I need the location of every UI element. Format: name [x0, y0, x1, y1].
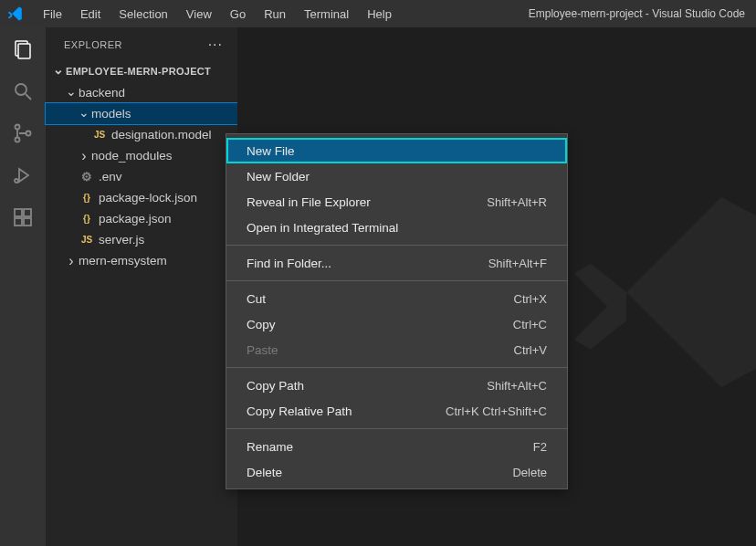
chevron-down-icon [53, 64, 64, 79]
activity-bar [0, 27, 46, 546]
context-menu-separator [226, 428, 567, 429]
menu-file[interactable]: File [35, 4, 70, 25]
svg-rect-1 [18, 44, 30, 58]
ctx-copy-relative-path[interactable]: Copy Relative PathCtrl+K Ctrl+Shift+C [226, 398, 567, 424]
svg-rect-8 [15, 209, 22, 216]
folder-node-modules[interactable]: node_modules [46, 145, 237, 166]
ctx-delete[interactable]: DeleteDelete [226, 459, 567, 485]
file-designation-model[interactable]: JS designation.model [46, 124, 237, 145]
context-menu-separator [226, 367, 567, 368]
svg-rect-9 [24, 209, 31, 216]
menu-go[interactable]: Go [222, 4, 254, 25]
ctx-reveal-in-file-explorer[interactable]: Reveal in File ExplorerShift+Alt+R [226, 189, 567, 215]
menu-edit[interactable]: Edit [72, 4, 109, 25]
title-bar: File Edit Selection View Go Run Terminal… [0, 0, 756, 27]
ctx-new-folder[interactable]: New Folder [226, 163, 567, 189]
chevron-down-icon [66, 86, 77, 100]
ctx-rename[interactable]: RenameF2 [226, 434, 567, 459]
ctx-paste: PasteCtrl+V [226, 337, 567, 362]
menu-view[interactable]: View [178, 4, 220, 25]
chevron-down-icon [79, 107, 89, 121]
project-root[interactable]: EMPLOYEE-MERN-PROJECT [46, 60, 237, 82]
ctx-find-in-folder-[interactable]: Find in Folder...Shift+Alt+F [226, 250, 567, 276]
run-debug-icon[interactable] [10, 163, 36, 188]
ctx-copy-path[interactable]: Copy PathShift+Alt+C [226, 373, 567, 398]
explorer-more-icon[interactable]: ··· [208, 37, 223, 53]
source-control-icon[interactable] [10, 121, 36, 146]
svg-point-6 [26, 131, 31, 136]
menu-terminal[interactable]: Terminal [296, 4, 357, 25]
folder-mern-emsystem[interactable]: mern-emsystem [46, 250, 237, 271]
json-file-icon: {} [79, 193, 95, 203]
vscode-logo-icon [7, 5, 24, 22]
context-menu-separator [226, 280, 567, 281]
extensions-icon[interactable] [10, 205, 36, 230]
menu-bar: File Edit Selection View Go Run Terminal… [35, 4, 400, 25]
file-env[interactable]: ⚙ .env [46, 166, 237, 187]
search-icon[interactable] [10, 79, 36, 104]
chevron-right-icon [79, 148, 89, 164]
context-menu: New FileNew FolderReveal in File Explore… [226, 133, 568, 489]
folder-backend[interactable]: backend [46, 82, 237, 103]
svg-rect-10 [15, 218, 22, 226]
svg-rect-11 [24, 218, 31, 226]
explorer-icon[interactable] [10, 37, 36, 62]
svg-point-2 [16, 84, 26, 95]
folder-models[interactable]: models [46, 103, 237, 124]
menu-help[interactable]: Help [359, 4, 400, 25]
file-tree: backend models JS designation.model node… [46, 82, 237, 271]
ctx-open-in-integrated-terminal[interactable]: Open in Integrated Terminal [226, 215, 567, 240]
chevron-right-icon [66, 253, 77, 269]
svg-point-7 [15, 179, 18, 183]
explorer-label: EXPLORER [64, 39, 122, 50]
js-file-icon: JS [79, 235, 95, 245]
menu-run[interactable]: Run [256, 4, 294, 25]
project-name: EMPLOYEE-MERN-PROJECT [66, 66, 211, 77]
js-file-icon: JS [91, 130, 108, 140]
svg-point-5 [16, 138, 20, 142]
vscode-watermark-icon [555, 173, 756, 414]
file-package-lock[interactable]: {} package-lock.json [46, 187, 237, 208]
gear-icon: ⚙ [79, 170, 95, 184]
ctx-copy[interactable]: CopyCtrl+C [226, 311, 567, 337]
explorer-sidebar: EXPLORER ··· EMPLOYEE-MERN-PROJECT backe… [46, 27, 237, 546]
ctx-cut[interactable]: CutCtrl+X [226, 286, 567, 311]
window-title: Employee-mern-project - Visual Studio Co… [400, 7, 749, 20]
svg-line-3 [26, 94, 31, 100]
context-menu-separator [226, 245, 567, 246]
ctx-new-file[interactable]: New File [226, 138, 567, 163]
file-package-json[interactable]: {} package.json [46, 208, 237, 229]
file-server-js[interactable]: JS server.js [46, 229, 237, 250]
json-file-icon: {} [79, 214, 95, 224]
svg-point-4 [16, 125, 20, 130]
menu-selection[interactable]: Selection [110, 4, 175, 25]
